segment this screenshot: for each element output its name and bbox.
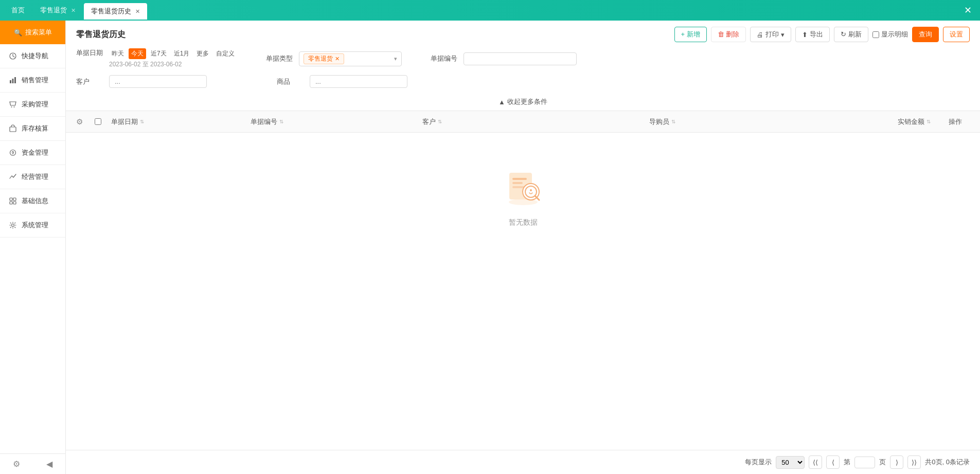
filter-collapse-button[interactable]: ▲ 收起更多条件 (76, 94, 970, 111)
sidebar-item-system-label: 系统管理 (22, 221, 48, 230)
print-label: 打印 (765, 30, 779, 39)
page-label: 第 (844, 458, 850, 467)
sidebar-item-operation[interactable]: 经营管理 (0, 165, 65, 189)
sidebar-item-sales[interactable]: 销售管理 (0, 68, 65, 93)
table-header: ⚙ 单据日期 ⇅ 单据编号 ⇅ 客户 ⇅ 导购员 ⇅ (66, 111, 980, 133)
page-input[interactable]: 1 (854, 457, 875, 468)
th-num-sort-icon: ⇅ (279, 119, 283, 124)
next-page-button[interactable]: ⟩ (890, 455, 903, 469)
voucher-type-input[interactable]: 零售退货 ✕ ▾ (299, 51, 402, 66)
collapse-icon: ▲ (498, 98, 505, 106)
tab-retail-return-history-label: 零售退货历史 (91, 7, 131, 16)
sidebar-collapse-button[interactable]: ◀ (46, 459, 52, 469)
svg-point-21 (530, 189, 532, 191)
sidebar-item-quicknav[interactable]: 快捷导航 (0, 44, 65, 68)
window-close-button[interactable]: ✕ (960, 3, 976, 18)
sidebar-item-finance[interactable]: 资金管理 (0, 141, 65, 165)
basics-icon (8, 196, 17, 206)
sidebar-item-quicknav-label: 快捷导航 (22, 51, 48, 61)
tab-retail-return-history-close-icon[interactable]: ✕ (135, 8, 140, 15)
topbar-tabs: 首页 零售退货 ✕ 零售退货历史 ✕ (4, 1, 960, 20)
prev-page-button[interactable]: ⟨ (826, 455, 840, 469)
voucher-type-tag-remove[interactable]: ✕ (335, 56, 340, 62)
th-amount[interactable]: 实销金额 ⇅ (817, 117, 935, 126)
first-page-button[interactable]: ⟨⟨ (809, 455, 822, 469)
goods-input[interactable] (310, 75, 407, 88)
query-button[interactable]: 查询 (912, 27, 939, 42)
inventory-icon (8, 124, 17, 133)
th-amount-sort-icon: ⇅ (926, 119, 931, 124)
tab-retail-return-close-icon[interactable]: ✕ (71, 7, 76, 14)
th-num-label: 单据编号 (251, 117, 277, 126)
customer-input[interactable] (109, 75, 207, 88)
quicknav-icon (8, 51, 17, 61)
show-detail-checkbox-wrap[interactable]: 显示明细 (872, 30, 908, 39)
svg-rect-8 (10, 198, 12, 200)
show-detail-checkbox[interactable] (872, 31, 879, 38)
date-opt-7days[interactable]: 近7天 (148, 48, 169, 59)
svg-rect-6 (10, 127, 16, 132)
svg-point-5 (14, 106, 15, 107)
new-button[interactable]: + 新增 (674, 27, 707, 42)
sales-icon (8, 76, 17, 85)
toolbar: + 新增 🗑 删除 🖨 打印 ▾ ⬆ 导出 ↻ 刷新 显示明细 (674, 27, 970, 42)
voucher-type-tag: 零售退货 ✕ (304, 53, 344, 64)
search-icon: 🔍 (14, 29, 22, 37)
delete-button[interactable]: 🗑 删除 (711, 27, 746, 42)
sidebar-item-basics-label: 基础信息 (22, 196, 48, 206)
refresh-button[interactable]: ↻ 刷新 (834, 27, 868, 42)
pagination-total: 共0页, 0条记录 (925, 458, 970, 467)
sidebar-item-inventory-label: 库存核算 (22, 124, 48, 133)
per-page-select[interactable]: 50 20 100 (776, 456, 805, 469)
tab-retail-return[interactable]: 零售退货 ✕ (33, 2, 83, 19)
th-action: 操作 (935, 117, 976, 126)
print-icon: 🖨 (757, 31, 763, 39)
page-title-row: 零售退货历史 + 新增 🗑 删除 🖨 打印 ▾ ⬆ 导出 ↻ 刷新 (76, 27, 970, 42)
goods-label: 商品 (277, 77, 306, 86)
last-page-button[interactable]: ⟩⟩ (907, 455, 921, 469)
tab-retail-return-history[interactable]: 零售退货历史 ✕ (84, 3, 147, 20)
voucher-type-group: 单据类型 零售退货 ✕ ▾ (266, 51, 402, 66)
topbar: 首页 零售退货 ✕ 零售退货历史 ✕ ✕ (0, 0, 980, 21)
empty-state: 暂无数据 (66, 133, 980, 258)
table-select-all[interactable] (88, 118, 107, 125)
date-opt-today[interactable]: 今天 (129, 48, 146, 59)
sidebar-search-button[interactable]: 🔍 搜索菜单 (0, 21, 65, 44)
sidebar-item-inventory[interactable]: 库存核算 (0, 117, 65, 141)
customer-filter-group: 客户 (76, 75, 207, 88)
sidebar-search-label: 搜索菜单 (25, 28, 52, 37)
goods-filter-group: 商品 (277, 75, 407, 88)
page-suffix: 页 (879, 458, 886, 467)
date-opt-1month[interactable]: 近1月 (171, 48, 192, 59)
sidebar-item-basics[interactable]: 基础信息 (0, 189, 65, 213)
collapse-label: 收起更多条件 (507, 97, 547, 106)
sidebar-item-purchase-label: 采购管理 (22, 100, 48, 109)
setting-button[interactable]: 设置 (943, 27, 970, 42)
svg-rect-16 (512, 182, 523, 184)
sidebar-bottom: ⚙ ◀ (0, 453, 65, 474)
select-all-checkbox[interactable] (95, 118, 101, 125)
date-filter-label: 单据日期 (76, 48, 105, 58)
th-guide[interactable]: 导购员 ⇅ (645, 117, 817, 126)
date-opt-more[interactable]: 更多 (194, 48, 211, 59)
finance-icon (8, 148, 17, 157)
sidebar-item-purchase[interactable]: 采购管理 (0, 93, 65, 117)
svg-rect-10 (10, 202, 12, 204)
th-num[interactable]: 单据编号 ⇅ (246, 117, 419, 126)
voucher-type-label: 单据类型 (266, 54, 295, 63)
th-customer[interactable]: 客户 ⇅ (418, 117, 645, 126)
svg-rect-3 (14, 77, 16, 83)
tab-retail-return-label: 零售退货 (40, 6, 67, 15)
date-opt-custom[interactable]: 自定义 (213, 48, 237, 59)
table-settings-icon[interactable]: ⚙ (70, 117, 88, 126)
th-amount-label: 实销金额 (898, 117, 924, 126)
th-date[interactable]: 单据日期 ⇅ (107, 117, 246, 126)
voucher-num-input[interactable] (464, 52, 577, 65)
tab-home[interactable]: 首页 (4, 2, 32, 19)
sidebar-settings-button[interactable]: ⚙ (13, 459, 20, 469)
svg-point-12 (12, 224, 14, 227)
print-button[interactable]: 🖨 打印 ▾ (750, 27, 791, 42)
date-opt-yesterday[interactable]: 昨天 (109, 48, 127, 59)
export-button[interactable]: ⬆ 导出 (795, 27, 830, 42)
sidebar-item-system[interactable]: 系统管理 (0, 213, 65, 238)
